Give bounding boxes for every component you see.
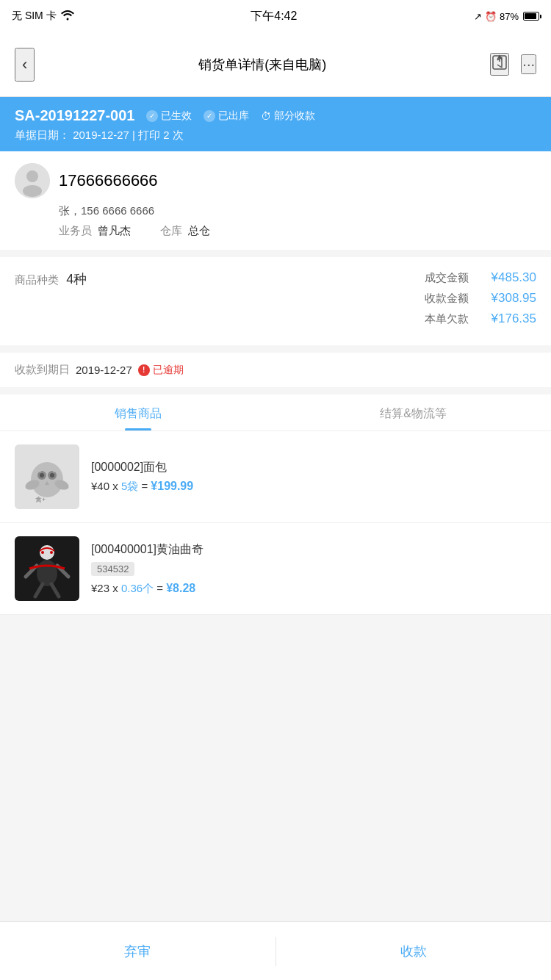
nav-bar: ‹ 销货单详情(来自电脑) ··· xyxy=(0,32,551,97)
customer-section: 17666666666 张，156 6666 6666 业务员 曾凡杰 仓库 总… xyxy=(0,151,551,250)
print-info: | 打印 2 次 xyxy=(132,129,184,141)
product-price-2: ¥23 xyxy=(91,582,109,594)
status-badge-partial: ⏱ 部分收款 xyxy=(261,109,315,123)
alarm-icon: ⏰ xyxy=(485,11,497,22)
status-right: ↗ ⏰ 87% xyxy=(474,11,539,22)
svg-point-8 xyxy=(40,473,44,478)
product-price-1: ¥40 xyxy=(91,480,109,492)
received-label: 收款金额 xyxy=(425,292,469,306)
status-left: 无 SIM 卡 xyxy=(12,10,74,23)
location-icon: ↗ xyxy=(474,11,482,22)
order-header-banner: SA-20191227-001 ✓ 已生效 ✓ 已出库 ⏱ 部分收款 单据日期：… xyxy=(0,97,551,151)
product-name-1: [0000002]面包 xyxy=(91,460,536,475)
category-label: 商品种类 xyxy=(15,273,59,286)
svg-point-18 xyxy=(37,560,57,586)
check-icon: ✓ xyxy=(146,110,158,122)
product-price-row-2: ¥23 x 0.36个 = ¥8.28 xyxy=(91,582,536,596)
tabs-bar: 销售商品 结算&物流等 xyxy=(0,394,551,431)
customer-phone: 17666666666 xyxy=(59,171,158,190)
share-button[interactable] xyxy=(490,53,509,76)
status-badge-active: ✓ 已生效 xyxy=(146,109,192,123)
more-button[interactable]: ··· xyxy=(521,54,536,74)
product-qty-1: 5袋 xyxy=(121,480,138,492)
order-id: SA-20191227-001 xyxy=(15,107,134,124)
product-multiply-2: x xyxy=(112,582,121,594)
due-date-section: 收款到期日 2019-12-27 ! 已逾期 xyxy=(0,353,551,387)
product-thumbnail-2 xyxy=(15,536,79,601)
order-date-row: 单据日期： 2019-12-27 | 打印 2 次 xyxy=(15,129,536,143)
svg-text:禽+: 禽+ xyxy=(35,496,46,503)
status-time: 下午4:42 xyxy=(251,9,297,24)
product-name-2: [000400001]黄油曲奇 xyxy=(91,542,536,558)
product-total-2: ¥8.28 xyxy=(166,582,195,594)
due-label: 收款到期日 xyxy=(15,363,70,377)
product-multiply-1: x xyxy=(112,480,121,492)
product-list: 禽+ [0000002]面包 ¥40 x 5袋 = ¥199.99 xyxy=(0,431,551,615)
back-button[interactable]: ‹ xyxy=(15,48,35,82)
wifi-icon xyxy=(61,10,74,23)
status-badge-shipped: ✓ 已出库 xyxy=(204,109,249,123)
nav-actions: ··· xyxy=(490,53,536,76)
received-value: ¥308.95 xyxy=(478,291,536,306)
product-item-2: [000400001]黄油曲奇 534532 ¥23 x 0.36个 = ¥8.… xyxy=(0,523,551,615)
product-item: 禽+ [0000002]面包 ¥40 x 5袋 = ¥199.99 xyxy=(0,431,551,523)
due-date: 2019-12-27 xyxy=(76,364,132,376)
product-price-row-1: ¥40 x 5袋 = ¥199.99 xyxy=(91,480,536,494)
product-info-1: [0000002]面包 ¥40 x 5袋 = ¥199.99 xyxy=(91,460,536,494)
svg-point-2 xyxy=(26,170,38,182)
product-total-1: ¥199.99 xyxy=(151,480,193,492)
overdue-text: 已逾期 xyxy=(153,364,184,377)
warehouse-info: 仓库 总仓 xyxy=(160,224,210,238)
warehouse-value: 总仓 xyxy=(188,224,210,238)
stats-section: 商品种类 4种 成交金额 ¥485.30 收款金额 ¥308.95 本单欠款 ¥… xyxy=(0,257,551,345)
amount-stats: 成交金额 ¥485.30 收款金额 ¥308.95 本单欠款 ¥176.35 xyxy=(425,270,536,332)
order-date: 2019-12-27 xyxy=(73,129,129,141)
carrier-text: 无 SIM 卡 xyxy=(12,10,57,23)
overdue-icon: ! xyxy=(138,364,150,376)
product-equals-2: = xyxy=(156,582,166,594)
date-label: 单据日期： xyxy=(15,129,70,141)
tab-sales-products[interactable]: 销售商品 xyxy=(0,394,276,430)
status-bar: 无 SIM 卡 下午4:42 ↗ ⏰ 87% xyxy=(0,0,551,32)
battery-percent: 87% xyxy=(500,11,519,22)
avatar xyxy=(15,163,50,198)
owed-value: ¥176.35 xyxy=(478,311,536,326)
customer-meta: 业务员 曾凡杰 仓库 总仓 xyxy=(59,224,536,238)
bottom-bar: 弃审 收款 xyxy=(0,921,551,980)
deal-label: 成交金额 xyxy=(425,271,469,285)
product-info-2: [000400001]黄油曲奇 534532 ¥23 x 0.36个 = ¥8.… xyxy=(91,542,536,596)
svg-point-23 xyxy=(41,551,44,554)
svg-point-9 xyxy=(50,473,54,478)
page-title: 销货单详情(来自电脑) xyxy=(198,56,326,73)
sales-label: 业务员 xyxy=(59,224,92,238)
sales-info: 业务员 曾凡杰 xyxy=(59,224,131,238)
battery-icon xyxy=(523,12,539,21)
customer-name: 张，156 6666 6666 xyxy=(59,204,536,218)
product-qty-2: 0.36个 xyxy=(121,582,154,594)
deal-value: ¥485.30 xyxy=(478,270,536,285)
cancel-review-button[interactable]: 弃审 xyxy=(0,928,276,975)
owed-amount-row: 本单欠款 ¥176.35 xyxy=(425,311,536,326)
owed-label: 本单欠款 xyxy=(425,312,469,326)
overdue-badge: ! 已逾期 xyxy=(138,364,184,377)
sales-value: 曾凡杰 xyxy=(98,224,131,238)
clock-icon: ⏱ xyxy=(261,110,271,122)
received-amount-row: 收款金额 ¥308.95 xyxy=(425,291,536,306)
product-equals-1: = xyxy=(141,480,151,492)
tab-settlement-logistics[interactable]: 结算&物流等 xyxy=(276,394,551,430)
product-thumbnail-1: 禽+ xyxy=(15,444,79,509)
category-value: 4种 xyxy=(66,272,87,287)
svg-point-5 xyxy=(31,462,63,497)
product-sku-2: 534532 xyxy=(91,562,134,576)
svg-point-3 xyxy=(23,185,42,197)
product-category: 商品种类 4种 xyxy=(15,270,87,288)
deal-amount-row: 成交金额 ¥485.30 xyxy=(425,270,536,285)
warehouse-label: 仓库 xyxy=(160,224,182,238)
collect-payment-button[interactable]: 收款 xyxy=(276,928,552,975)
check-icon-2: ✓ xyxy=(204,110,215,122)
svg-point-24 xyxy=(50,551,53,554)
